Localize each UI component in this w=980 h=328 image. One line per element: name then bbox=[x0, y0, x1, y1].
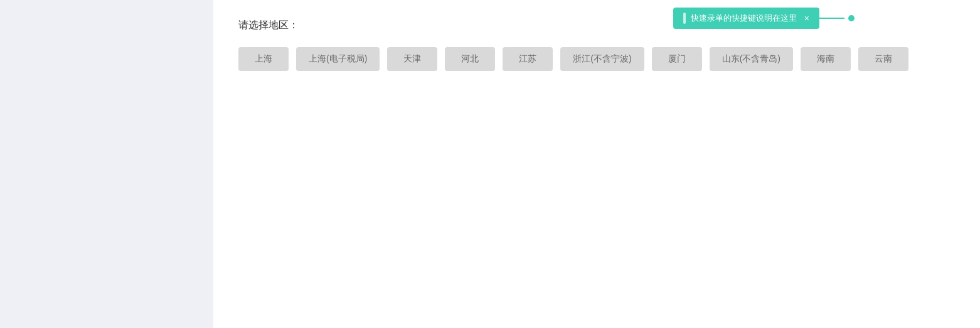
region-btn-shandong[interactable]: 山东(不含青岛) bbox=[710, 47, 793, 71]
main-content: 请选择地区： 上海上海(电子税局)天津河北江苏浙江(不含宁波)厦门山东(不含青岛… bbox=[213, 0, 980, 328]
region-btn-hebei[interactable]: 河北 bbox=[445, 47, 495, 71]
tooltip-text: 快速录单的快捷键说明在这里 bbox=[691, 13, 797, 24]
tooltip-line bbox=[819, 18, 844, 19]
region-btn-shanghai[interactable]: 上海 bbox=[238, 47, 289, 71]
region-btn-zhejiang[interactable]: 浙江(不含宁波) bbox=[560, 47, 644, 71]
region-btn-yunnan[interactable]: 云南 bbox=[858, 47, 908, 71]
tooltip-close-button[interactable]: × bbox=[804, 13, 809, 23]
region-btn-tianjin[interactable]: 天津 bbox=[387, 47, 437, 71]
tooltip-bar-icon bbox=[683, 13, 686, 24]
tooltip-box: 快速录单的快捷键说明在这里 × bbox=[673, 8, 819, 29]
region-btn-xiamen[interactable]: 厦门 bbox=[652, 47, 702, 71]
region-buttons: 上海上海(电子税局)天津河北江苏浙江(不含宁波)厦门山东(不含青岛)海南云南 bbox=[238, 47, 955, 71]
sidebar bbox=[0, 0, 213, 328]
region-btn-jiangsu[interactable]: 江苏 bbox=[503, 47, 553, 71]
tooltip-container: 快速录单的快捷键说明在这里 × bbox=[673, 8, 855, 29]
region-btn-hainan[interactable]: 海南 bbox=[801, 47, 851, 71]
region-btn-shanghai-etax[interactable]: 上海(电子税局) bbox=[296, 47, 380, 71]
tooltip-dot bbox=[848, 15, 855, 21]
